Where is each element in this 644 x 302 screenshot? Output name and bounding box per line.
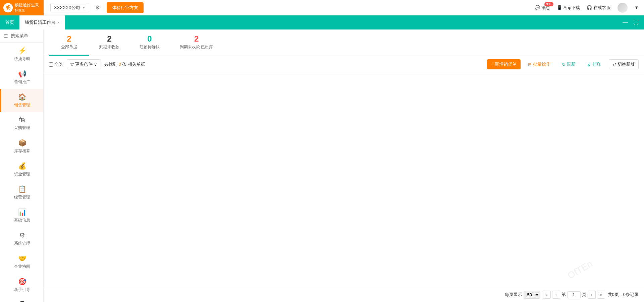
last-page-button[interactable]: » <box>597 291 605 299</box>
toolbar-right: + 新增销货单 ⊞ 批量操作 ↻ 刷新 🖨 打印 ⇄ 切换新版 <box>487 59 639 69</box>
marketing-icon: 📢 <box>18 70 26 78</box>
refresh-icon: ↻ <box>562 62 566 67</box>
chevron-down-icon: ▼ <box>82 6 86 9</box>
select-all-checkbox[interactable]: 全选 <box>49 61 63 67</box>
finance-icon: 💰 <box>18 162 26 170</box>
sidebar-item-system[interactable]: ⚙ 系统管理 <box>0 227 43 250</box>
stats-tabs: 2 全部单据 2 到期未收款 0 旺辅待确认 2 到期未收款 已出库 <box>44 29 644 56</box>
user-name[interactable]: ▼ <box>634 5 639 10</box>
stat-tab-all[interactable]: 2 全部单据 <box>49 29 89 56</box>
toolbar-left: 全选 ▽ 更多条件 ∨ 共找到 0 条 相关单据 <box>49 59 483 69</box>
sidebar-item-operations[interactable]: 📋 经营管理 <box>0 181 43 204</box>
add-sale-button[interactable]: + 新增销货单 <box>487 59 521 69</box>
page-nav: « ‹ 第 页 › » <box>543 291 605 299</box>
print-icon: 🖨 <box>587 62 591 67</box>
avatar-image <box>618 3 628 13</box>
batch-icon: ⊞ <box>528 62 532 67</box>
toolbar: 全选 ▽ 更多条件 ∨ 共找到 0 条 相关单据 + 新增销货单 ⊞ <box>44 56 644 73</box>
switch-version-button[interactable]: ⇄ 切换新版 <box>609 59 639 69</box>
sidebar-item-marketing[interactable]: 📢 营销推广 <box>0 66 43 89</box>
page-input[interactable] <box>567 291 581 298</box>
app-center-icon: 📱 <box>18 301 26 302</box>
sidebar-item-app-center[interactable]: 📱 应用中心 <box>0 297 43 302</box>
logo-icon: 畅 <box>3 3 13 12</box>
per-page-dropdown[interactable]: 50 <box>524 291 540 299</box>
next-page-button[interactable]: › <box>588 291 596 299</box>
filter-button[interactable]: ▽ 更多条件 ∨ <box>67 59 101 69</box>
stat-tab-pending[interactable]: 0 旺辅待确认 <box>129 29 170 56</box>
sidebar-item-base-info[interactable]: 📊 基础信息 <box>0 204 43 227</box>
table-area <box>44 73 644 287</box>
sidebar-item-inventory[interactable]: 📦 库存核算 <box>0 135 43 158</box>
tab-maximize-button[interactable]: ⛶ <box>632 18 640 27</box>
sales-icon: 🏠 <box>18 93 26 101</box>
message-icon: 💬 <box>535 5 540 10</box>
sidebar-item-guide[interactable]: 🎯 新手引导 <box>0 274 43 297</box>
sidebar-item-finance[interactable]: 💰 资金管理 <box>0 158 43 181</box>
message-item[interactable]: 💬 消息 99+ <box>535 5 550 11</box>
main-layout: ☰ 搜索菜单 ⚡ 快捷导航 📢 营销推广 🏠 销售管理 🛍 采购管理 📦 库存核… <box>0 29 644 302</box>
logo-text: 畅捷通好生意 标准版 <box>15 3 39 12</box>
stat-tab-overdue-out[interactable]: 2 到期未收款 已出库 <box>170 29 223 56</box>
avatar[interactable] <box>618 3 628 13</box>
total-records: 共0页，0条记录 <box>608 292 639 298</box>
pagination-bar: 每页显示 50 « ‹ 第 页 › » 共0页，0条记录 <box>44 287 644 302</box>
sidebar: ☰ 搜索菜单 ⚡ 快捷导航 📢 营销推广 🏠 销售管理 🛍 采购管理 📦 库存核… <box>0 29 44 302</box>
settings-icon[interactable]: ⚙ <box>93 3 103 13</box>
content-area: 2 全部单据 2 到期未收款 0 旺辅待确认 2 到期未收款 已出库 全选 <box>44 29 644 302</box>
tab-right-actions: — ⛶ <box>621 18 644 27</box>
tab-bar: 首页 钱货日清工作台 × — ⛶ <box>0 15 644 29</box>
print-button[interactable]: 🖨 打印 <box>583 59 605 69</box>
sidebar-item-enterprise[interactable]: 🤝 企业协同 <box>0 250 43 274</box>
sidebar-item-purchase[interactable]: 🛍 采购管理 <box>0 112 43 135</box>
base-info-icon: 📊 <box>18 208 26 216</box>
operations-icon: 📋 <box>18 185 26 193</box>
system-icon: ⚙ <box>19 231 25 239</box>
sidebar-item-quick-nav[interactable]: ⚡ 快捷导航 <box>0 43 43 66</box>
tab-active[interactable]: 钱货日清工作台 × <box>19 15 65 29</box>
switch-icon: ⇄ <box>612 62 616 67</box>
select-all-input[interactable] <box>49 62 53 67</box>
search-menu-item[interactable]: ☰ 搜索菜单 <box>0 29 43 43</box>
sidebar-item-sales[interactable]: 🏠 销售管理 <box>0 89 43 112</box>
online-service-item[interactable]: 🎧 在线客服 <box>587 5 611 11</box>
company-selector[interactable]: XXXXXX公司 ▼ <box>50 3 89 12</box>
found-text: 共找到 0 条 相关单据 <box>104 61 145 67</box>
filter-icon: ▽ <box>70 62 74 67</box>
batch-operation-button[interactable]: ⊞ 批量操作 <box>524 59 554 69</box>
per-page-select: 每页显示 50 <box>505 291 540 299</box>
first-page-button[interactable]: « <box>543 291 551 299</box>
purchase-icon: 🛍 <box>19 116 25 124</box>
close-tab-icon[interactable]: × <box>57 20 59 24</box>
top-header: 畅 畅捷通好生意 标准版 XXXXXX公司 ▼ ⚙ 体验行业方案 💬 消息 99… <box>0 0 644 15</box>
logo-area: 畅 畅捷通好生意 标准版 <box>0 0 44 15</box>
search-icon: ☰ <box>4 34 8 39</box>
download-icon: 📱 <box>557 5 562 10</box>
enterprise-icon: 🤝 <box>18 254 26 262</box>
guide-icon: 🎯 <box>18 278 26 286</box>
prev-page-button[interactable]: ‹ <box>552 291 560 299</box>
message-badge: 99+ <box>544 2 553 6</box>
quick-nav-icon: ⚡ <box>18 47 26 55</box>
refresh-button[interactable]: ↻ 刷新 <box>558 59 580 69</box>
trial-button[interactable]: 体验行业方案 <box>107 2 144 13</box>
app-download-item[interactable]: 📱 App下载 <box>557 5 580 11</box>
inventory-icon: 📦 <box>18 139 26 147</box>
tab-minimize-button[interactable]: — <box>621 18 629 27</box>
stat-tab-overdue[interactable]: 2 到期未收款 <box>89 29 129 56</box>
header-right: 💬 消息 99+ 📱 App下载 🎧 在线客服 ▼ <box>535 3 639 13</box>
tab-home[interactable]: 首页 <box>0 15 19 29</box>
service-icon: 🎧 <box>587 5 592 10</box>
chevron-down-icon: ∨ <box>94 62 97 67</box>
